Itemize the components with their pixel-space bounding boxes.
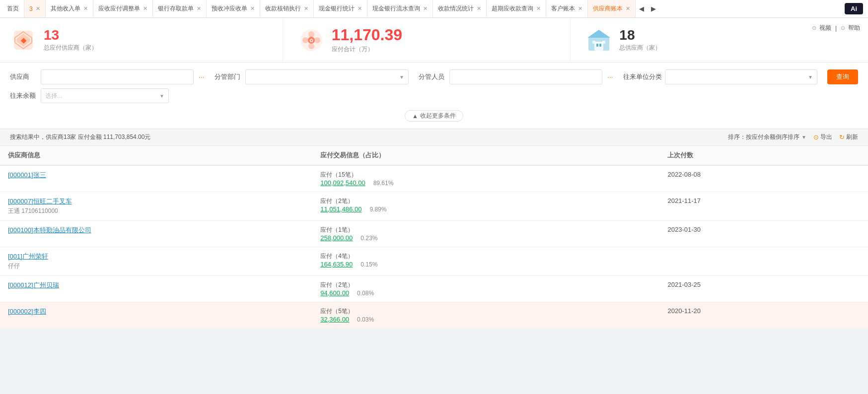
tx-cell-2: 应付（1笔）258,000.000.23%: [312, 221, 659, 247]
supplier-sub-1: 王通 17106110000: [8, 207, 304, 215]
svg-point-6: [308, 43, 314, 49]
supplier-link-5[interactable]: [000002]李四: [8, 308, 46, 315]
nav-tab-customer-ledger-label: 客户账本: [551, 4, 575, 13]
tx-label-1: 应付（2笔）: [320, 197, 651, 205]
stat-suppliers-payable-number: 13: [44, 28, 97, 43]
supplier-sub-3: 仔仔: [8, 262, 304, 270]
result-bar: 搜索结果中，供应商13家 应付金额 111,703,854.00元 排序：按应付…: [0, 129, 868, 146]
nav-tab-3-close[interactable]: ✕: [36, 5, 40, 12]
nav-tab-bank-deposit-close[interactable]: ✕: [197, 5, 201, 12]
nav-tab-other-income[interactable]: 其他收入单 ✕: [46, 0, 93, 18]
tx-pct-2: 0.23%: [361, 235, 377, 242]
svg-rect-13: [594, 42, 603, 51]
nav-tab-supplier-ledger[interactable]: 供应商账本 ✕: [588, 0, 636, 18]
tx-amount-1[interactable]: 11,051,486.00: [320, 205, 362, 213]
supplier-link-2[interactable]: [000100]本特勤油品有限公司: [8, 226, 91, 234]
supplier-cell-0: [000001]张三: [0, 165, 312, 192]
supplier-link-1[interactable]: [000007]恒旺二手叉车: [8, 197, 72, 205]
supplier-input[interactable]: [41, 69, 194, 84]
tx-amount-4[interactable]: 94,600.00: [320, 289, 349, 297]
ai-button[interactable]: Ai: [845, 3, 863, 14]
result-actions: 排序：按应付余额倒序排序 ▼ ⊙ 导出 ↻ 刷新: [728, 133, 858, 141]
table-area: 供应商信息 应付交易信息（占比） 上次付数 [000001]张三应付（15笔）1…: [0, 146, 868, 328]
table-header-row: 供应商信息 应付交易信息（占比） 上次付数: [0, 146, 868, 165]
tx-label-3: 应付（4笔）: [320, 252, 651, 261]
nav-tab-3[interactable]: 3 ✕: [24, 0, 46, 18]
filter-dept-label: 分管部门: [215, 72, 242, 81]
export-button[interactable]: ⊙ 导出: [813, 133, 832, 141]
nav-tab-customer-ledger[interactable]: 客户账本 ✕: [546, 0, 588, 18]
svg-point-7: [302, 37, 308, 43]
nav-tab-collection-verify[interactable]: 收款核销执行 ✕: [260, 0, 314, 18]
svg-marker-12: [587, 30, 610, 38]
filter-category: 往来单位分类 ▼: [623, 69, 818, 84]
nav-tab-collection-stat-label: 收款情况统计: [438, 4, 474, 13]
nav-tab-cash-flow-close[interactable]: ✕: [423, 5, 428, 12]
tx-label-2: 应付（1笔）: [320, 226, 651, 234]
flower-icon: ✿: [298, 27, 325, 54]
nav-tab-supplier-ledger-label: 供应商账本: [593, 4, 623, 13]
tx-amount-0[interactable]: 100,092,540.00: [320, 179, 365, 187]
tx-amount-3[interactable]: 164,635.90: [320, 261, 353, 268]
balance-arrow-icon: ▼: [159, 93, 164, 99]
search-button[interactable]: 查询: [827, 69, 858, 84]
nav-tab-other-income-close[interactable]: ✕: [83, 5, 88, 12]
nav-tab-overdue-ar[interactable]: 超期应收款查询 ✕: [487, 0, 546, 18]
svg-rect-16: [592, 41, 595, 44]
nav-tab-collection-verify-close[interactable]: ✕: [304, 5, 308, 12]
table-row: [000100]本特勤油品有限公司应付（1笔）258,000.000.23%20…: [0, 221, 868, 247]
nav-tab-ar-ap-adjust-close[interactable]: ✕: [143, 5, 147, 12]
stat-suppliers-payable-content: 13 总应付供应商（家）: [44, 28, 97, 53]
table-row: [001]广州荣轩仔仔应付（4笔）164,635.900.15%: [0, 247, 868, 276]
col-header-lastpay: 上次付数: [659, 146, 868, 165]
nav-tab-cash-bank-stat-close[interactable]: ✕: [358, 5, 362, 12]
nav-next-arrow[interactable]: ▶: [648, 0, 659, 18]
video-link[interactable]: 视频: [819, 24, 831, 32]
nav-prev-arrow[interactable]: ◀: [636, 0, 648, 18]
help-link[interactable]: 帮助: [848, 24, 860, 32]
result-summary: 搜索结果中，供应商13家 应付金额 111,703,854.00元: [10, 133, 150, 141]
filter-supplier-label: 供应商: [10, 72, 38, 81]
nav-tab-prepay-ar-close[interactable]: ✕: [250, 5, 255, 12]
sort-label: 排序：按应付余额倒序排序: [728, 133, 799, 141]
dept-arrow-icon: ▼: [399, 74, 404, 80]
filter-category-label: 往来单位分类: [623, 72, 662, 81]
nav-tab-cash-bank-stat-label: 现金银行统计: [319, 4, 355, 13]
dept-select[interactable]: ▼: [245, 69, 409, 84]
nav-tab-cash-bank-stat[interactable]: 现金银行统计 ✕: [314, 0, 367, 18]
category-select[interactable]: ▼: [665, 69, 818, 84]
nav-tab-overdue-ar-close[interactable]: ✕: [536, 5, 541, 12]
filter-dept: 分管部门 ▼: [215, 69, 409, 84]
nav-tab-supplier-ledger-close[interactable]: ✕: [626, 5, 630, 12]
svg-rect-17: [602, 41, 605, 44]
nav-tab-prepay-ar[interactable]: 预收冲应收单 ✕: [207, 0, 260, 18]
person-ellipsis[interactable]: ···: [607, 73, 613, 81]
collapse-button[interactable]: ▲ 收起更多条件: [405, 110, 463, 122]
nav-tab-cash-flow[interactable]: 现金银行流水查询 ✕: [367, 0, 433, 18]
nav-tab-collection-stat[interactable]: 收款情况统计 ✕: [433, 0, 487, 18]
tx-label-0: 应付（15笔）: [320, 171, 651, 179]
tx-cell-3: 应付（4笔）164,635.900.15%: [312, 247, 659, 276]
nav-tab-ar-ap-adjust-label: 应收应付调整单: [98, 4, 140, 13]
balance-select[interactable]: 选择... ▼: [41, 88, 169, 103]
supplier-link-4[interactable]: [000012]广州贝瑞: [8, 281, 59, 289]
supplier-ellipsis[interactable]: ···: [199, 73, 205, 81]
supplier-link-3[interactable]: [001]广州荣轩: [8, 253, 48, 260]
svg-rect-14: [596, 44, 598, 47]
nav-tab-ar-ap-adjust[interactable]: 应收应付调整单 ✕: [93, 0, 153, 18]
sort-select[interactable]: 排序：按应付余额倒序排序 ▼: [728, 133, 806, 141]
tx-amount-5[interactable]: 32,366.00: [320, 316, 349, 323]
nav-tab-home[interactable]: 首页: [2, 0, 24, 18]
tx-pct-1: 9.89%: [369, 206, 386, 213]
tx-amount-2[interactable]: 258,000.00: [320, 234, 353, 242]
nav-tab-customer-ledger-close[interactable]: ✕: [578, 5, 582, 12]
person-input[interactable]: [449, 69, 602, 84]
nav-tab-collection-stat-close[interactable]: ✕: [477, 5, 481, 12]
export-label: 导出: [820, 133, 832, 141]
tx-pct-3: 0.15%: [361, 261, 377, 268]
supplier-link-0[interactable]: [000001]张三: [8, 171, 46, 179]
filter-row-1: 供应商 ··· 分管部门 ▼ 分管人员 ··· 往来单位分类 ▼ 查询: [10, 69, 858, 84]
refresh-button[interactable]: ↻ 刷新: [839, 133, 858, 141]
nav-tab-bank-deposit[interactable]: 银行存取款单 ✕: [153, 0, 207, 18]
refresh-icon: ↻: [839, 133, 845, 141]
